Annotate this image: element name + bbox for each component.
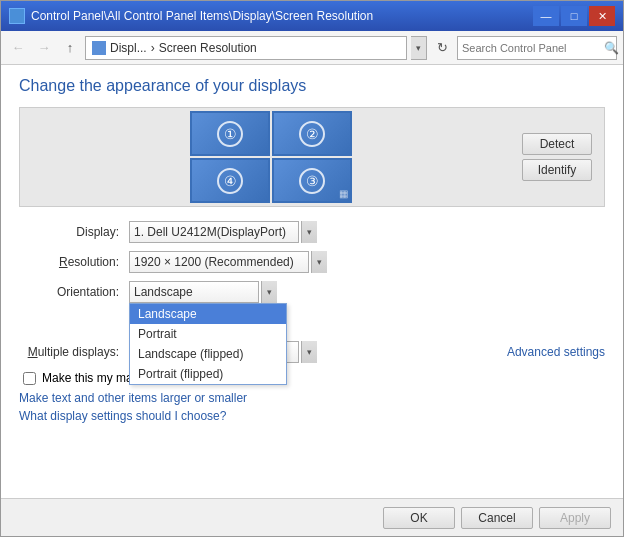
- search-icon: 🔍: [604, 37, 619, 59]
- path-icon: [92, 41, 106, 55]
- text-size-link[interactable]: Make text and other items larger or smal…: [19, 391, 605, 405]
- orientation-dropdown[interactable]: Landscape: [129, 281, 259, 303]
- orientation-value: Landscape: [134, 285, 193, 299]
- orientation-option-portrait-flipped[interactable]: Portrait (flipped): [130, 364, 286, 384]
- orientation-option-portrait[interactable]: Portrait: [130, 324, 286, 344]
- close-button[interactable]: ✕: [589, 6, 615, 26]
- multi-dropdown-arrow[interactable]: ▾: [301, 341, 317, 363]
- main-display-checkbox[interactable]: [23, 372, 36, 385]
- multi-display-row: Multiple displays: Extend these displays…: [19, 341, 605, 363]
- resolution-dropdown[interactable]: 1920 × 1200 (Recommended): [129, 251, 309, 273]
- cancel-button[interactable]: Cancel: [461, 507, 533, 529]
- detect-button[interactable]: Detect: [522, 133, 592, 155]
- titlebar: Control Panel\All Control Panel Items\Di…: [1, 1, 623, 31]
- display-value: 1. Dell U2412M(DisplayPort): [134, 225, 286, 239]
- apply-button[interactable]: Apply: [539, 507, 611, 529]
- multi-label: Multiple displays:: [19, 345, 129, 359]
- display-dropdown[interactable]: 1. Dell U2412M(DisplayPort): [129, 221, 299, 243]
- monitor-1-label: ①: [217, 121, 243, 147]
- settings-section: Display: 1. Dell U2412M(DisplayPort) ▾ R…: [19, 221, 605, 363]
- window-title: Control Panel\All Control Panel Items\Di…: [31, 9, 533, 23]
- display-settings-link[interactable]: What display settings should I choose?: [19, 409, 605, 423]
- orientation-row: Orientation: Landscape ▾ Landscape Portr…: [19, 281, 605, 303]
- display-control: 1. Dell U2412M(DisplayPort) ▾: [129, 221, 317, 243]
- path-dropdown-arrow[interactable]: ▾: [411, 36, 427, 60]
- main-content: Change the appearance of your displays ①…: [1, 65, 623, 498]
- minimize-button[interactable]: —: [533, 6, 559, 26]
- advanced-settings-link[interactable]: Advanced settings: [507, 345, 605, 359]
- addressbar: ← → ↑ Displ... › Screen Resolution ▾ ↻ 🔍: [1, 31, 623, 65]
- monitor-2-label: ②: [299, 121, 325, 147]
- monitor-4[interactable]: ④: [190, 158, 270, 203]
- path-sep: ›: [151, 41, 155, 55]
- resolution-value: 1920 × 1200 (Recommended): [134, 255, 294, 269]
- monitor-3[interactable]: ③ ▦: [272, 158, 352, 203]
- monitor-3-label: ③: [299, 168, 325, 194]
- ok-button[interactable]: OK: [383, 507, 455, 529]
- monitors-container: ① ② ④ ③ ▦: [32, 111, 510, 203]
- orientation-label: Orientation:: [19, 285, 129, 299]
- monitor-2[interactable]: ②: [272, 111, 352, 156]
- address-path[interactable]: Displ... › Screen Resolution: [85, 36, 407, 60]
- display-area: ① ② ④ ③ ▦ Detect Identify: [19, 107, 605, 207]
- titlebar-buttons: — □ ✕: [533, 6, 615, 26]
- orientation-option-landscape[interactable]: Landscape: [130, 304, 286, 324]
- page-title: Change the appearance of your displays: [19, 77, 605, 95]
- monitor-grid: ① ② ④ ③ ▦: [190, 111, 352, 203]
- bottom-bar: OK Cancel Apply: [1, 498, 623, 536]
- detect-buttons: Detect Identify: [522, 133, 592, 181]
- identify-button[interactable]: Identify: [522, 159, 592, 181]
- refresh-button[interactable]: ↻: [431, 37, 453, 59]
- display-dropdown-arrow[interactable]: ▾: [301, 221, 317, 243]
- monitor-4-label: ④: [217, 168, 243, 194]
- control-panel-icon: [9, 8, 25, 24]
- main-window: Control Panel\All Control Panel Items\Di…: [0, 0, 624, 537]
- orientation-control: Landscape ▾: [129, 281, 277, 303]
- orientation-dropdown-arrow[interactable]: ▾: [261, 281, 277, 303]
- search-input[interactable]: [458, 42, 604, 54]
- main-display-checkbox-row: Make this my main display: [19, 371, 605, 385]
- orientation-option-landscape-flipped[interactable]: Landscape (flipped): [130, 344, 286, 364]
- maximize-button[interactable]: □: [561, 6, 587, 26]
- path-prefix: Displ...: [110, 41, 147, 55]
- resolution-dropdown-arrow[interactable]: ▾: [311, 251, 327, 273]
- orientation-dropdown-menu: Landscape Portrait Landscape (flipped) P…: [129, 303, 287, 385]
- resolution-control: 1920 × 1200 (Recommended) ▾: [129, 251, 327, 273]
- display-label: Display:: [19, 225, 129, 239]
- monitor-3-overlay: ▦: [339, 188, 348, 199]
- resolution-row: Resolution: 1920 × 1200 (Recommended) ▾: [19, 251, 605, 273]
- monitor-1[interactable]: ①: [190, 111, 270, 156]
- resolution-label: Resolution:: [19, 255, 129, 269]
- search-box[interactable]: 🔍: [457, 36, 617, 60]
- forward-button[interactable]: →: [33, 37, 55, 59]
- up-button[interactable]: ↑: [59, 37, 81, 59]
- path-current: Screen Resolution: [159, 41, 257, 55]
- display-row: Display: 1. Dell U2412M(DisplayPort) ▾: [19, 221, 605, 243]
- back-button[interactable]: ←: [7, 37, 29, 59]
